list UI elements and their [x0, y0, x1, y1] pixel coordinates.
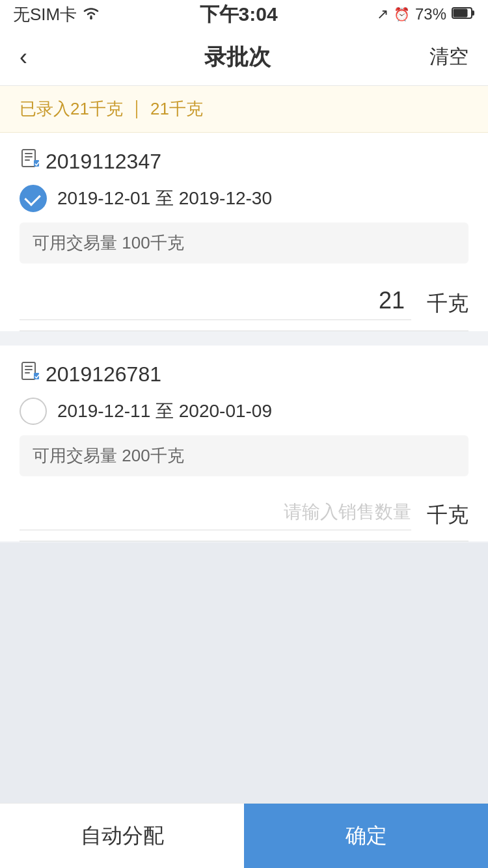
- svg-rect-10: [25, 366, 33, 367]
- svg-rect-3: [453, 9, 467, 18]
- quantity-row-2: 请输入销售数量 千克: [0, 489, 488, 541]
- batch-id-text-2: 2019126781: [46, 362, 161, 387]
- nav-bar: ‹ 录批次 清空: [0, 29, 488, 86]
- divider-2: [20, 541, 468, 541]
- svg-rect-5: [25, 153, 33, 154]
- batch-radio-2[interactable]: [20, 398, 47, 425]
- svg-rect-11: [25, 369, 33, 370]
- status-time: 下午3:04: [200, 1, 278, 28]
- content-area: 2019112347 2019-12-01 至 2019-12-30 可用交易量…: [0, 133, 488, 822]
- entered-summary: 已录入21千克: [20, 98, 123, 120]
- location-icon: ↗: [377, 6, 388, 23]
- summary-bar: 已录入21千克 21千克: [0, 86, 488, 133]
- quantity-unit-1: 千克: [427, 290, 468, 318]
- batch-date-row-1: 2019-12-01 至 2019-12-30: [20, 185, 468, 212]
- divider-1: [20, 331, 468, 331]
- bottom-filler: [0, 543, 488, 822]
- svg-rect-2: [472, 10, 474, 16]
- quantity-value-1: 21: [379, 287, 405, 314]
- section-gap: [0, 332, 488, 346]
- auto-distribute-button[interactable]: 自动分配: [0, 804, 244, 868]
- battery-percent: 73%: [415, 5, 446, 23]
- batch-item-2: 2019126781 2019-12-11 至 2020-01-09 可用交易量…: [0, 346, 488, 476]
- alarm-icon: ⏰: [394, 7, 410, 22]
- status-right: ↗ ⏰ 73%: [377, 5, 475, 23]
- batch-date-row-2: 2019-12-11 至 2020-01-09: [20, 398, 468, 425]
- batch-id-row-2: 2019126781: [20, 361, 468, 387]
- batch-radio-1[interactable]: [20, 185, 47, 212]
- batch-availability-2: 可用交易量 200千克: [20, 435, 468, 476]
- summary-divider: [136, 100, 137, 118]
- batch-item-1: 2019112347 2019-12-01 至 2019-12-30 可用交易量…: [0, 133, 488, 264]
- quantity-row-1: 21 千克: [0, 277, 488, 331]
- svg-point-0: [90, 17, 92, 20]
- svg-rect-6: [25, 156, 33, 157]
- quantity-input-wrapper-1: 21: [20, 287, 411, 320]
- batch-doc-icon-1: [20, 148, 40, 174]
- batch-id-row-1: 2019112347: [20, 148, 468, 174]
- batch-doc-icon-2: [20, 361, 40, 387]
- batch-card-1: 2019112347 2019-12-01 至 2019-12-30 可用交易量…: [0, 133, 488, 331]
- status-bar: 无SIM卡 下午3:04 ↗ ⏰ 73%: [0, 0, 488, 29]
- batch-id-text-1: 2019112347: [46, 150, 161, 174]
- batch-card-2: 2019126781 2019-12-11 至 2020-01-09 可用交易量…: [0, 346, 488, 541]
- summary-value: 21千克: [150, 98, 203, 120]
- back-button[interactable]: ‹: [20, 44, 59, 71]
- svg-rect-12: [25, 372, 30, 373]
- batch-date-text-2: 2019-12-11 至 2020-01-09: [57, 399, 272, 424]
- svg-rect-4: [22, 150, 35, 167]
- status-left: 无SIM卡: [13, 3, 100, 26]
- bottom-bar: 自动分配 确定: [0, 803, 488, 868]
- clear-button[interactable]: 清空: [416, 44, 468, 70]
- wifi-icon: [82, 5, 100, 25]
- carrier-text: 无SIM卡: [13, 3, 77, 26]
- confirm-button[interactable]: 确定: [244, 804, 488, 868]
- quantity-placeholder-2: 请输入销售数量: [20, 500, 411, 524]
- quantity-unit-2: 千克: [427, 501, 468, 530]
- page-title: 录批次: [204, 42, 271, 72]
- quantity-input-wrapper-2[interactable]: 请输入销售数量: [20, 500, 411, 530]
- svg-rect-9: [22, 362, 35, 379]
- batch-date-text-1: 2019-12-01 至 2019-12-30: [57, 186, 272, 211]
- svg-rect-7: [25, 159, 30, 161]
- batch-availability-1: 可用交易量 100千克: [20, 223, 468, 264]
- battery-icon: [452, 5, 475, 23]
